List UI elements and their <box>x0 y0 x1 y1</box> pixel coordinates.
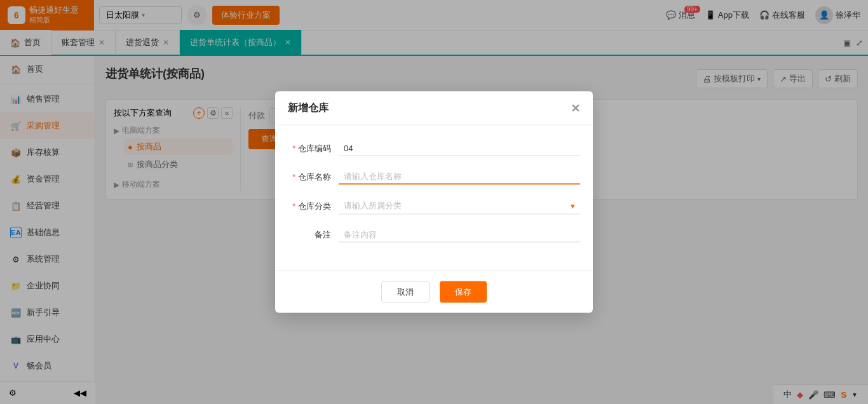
dialog-body: 仓库编码 仓库名称 仓库分类 请输入所属分类 ▾ 备注 <box>275 126 593 271</box>
form-row-category: 仓库分类 请输入所属分类 ▾ <box>288 198 580 215</box>
remark-label: 备注 <box>288 229 339 241</box>
save-button[interactable]: 保存 <box>440 281 487 303</box>
category-placeholder: 请输入所属分类 <box>344 200 571 212</box>
warehouse-remark-input[interactable] <box>339 227 580 243</box>
category-dropdown-icon: ▾ <box>571 201 575 210</box>
form-row-name: 仓库名称 <box>288 169 580 185</box>
dialog-title: 新增仓库 <box>288 102 329 115</box>
warehouse-category-select[interactable]: 请输入所属分类 ▾ <box>339 198 580 215</box>
warehouse-name-input[interactable] <box>339 169 580 185</box>
category-label: 仓库分类 <box>288 200 339 212</box>
code-label: 仓库编码 <box>288 143 339 154</box>
cancel-button[interactable]: 取消 <box>381 281 430 303</box>
add-warehouse-dialog: 新增仓库 ✕ 仓库编码 仓库名称 仓库分类 请输入所属分类 ▾ 备注 取消 保存 <box>275 91 593 313</box>
warehouse-code-input[interactable] <box>339 141 580 156</box>
dialog-footer: 取消 保存 <box>275 271 593 313</box>
form-row-remark: 备注 <box>288 227 580 243</box>
dialog-close-button[interactable]: ✕ <box>571 102 580 114</box>
form-row-code: 仓库编码 <box>288 141 580 156</box>
name-label: 仓库名称 <box>288 171 339 182</box>
dialog-header: 新增仓库 ✕ <box>275 91 593 126</box>
